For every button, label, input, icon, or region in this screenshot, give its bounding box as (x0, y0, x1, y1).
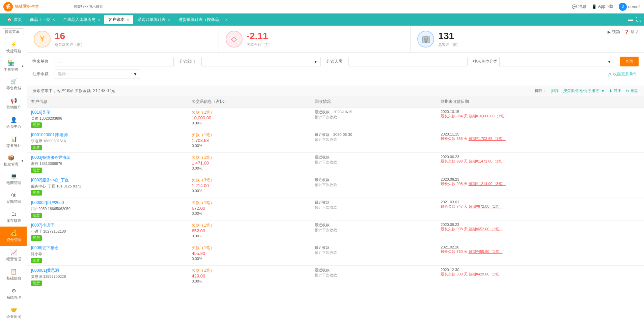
sidebar-item-batch-mgmt[interactable]: 📦 批发管理 ▼ (0, 152, 27, 170)
sidebar-item-marketing[interactable]: 📢 营销推广 (0, 94, 27, 113)
filter-unit-category: 往来单位分类 ▼ (473, 57, 614, 66)
maximize-icon[interactable]: ⛶ (636, 17, 641, 23)
customer-name-2[interactable]: [0003]畅捷服务尹海蕊 (31, 155, 184, 160)
overdue-link-0[interactable]: 超期¥10,000.00（1笔） (469, 114, 508, 118)
overdue-link-2[interactable]: 超期¥1,471.00（1笔） (469, 159, 506, 163)
tab-purchase-order[interactable]: 采购订单统计表 ✕ (133, 15, 174, 24)
minimize-icon[interactable]: ▬ (628, 17, 633, 23)
tab-product-offline-close[interactable]: ✕ (52, 18, 55, 22)
sidebar-item-retail-stats[interactable]: 📊 零售统计 (0, 132, 27, 152)
stock-check-icon: 🗂 (11, 211, 17, 217)
help-icon: ❓ (624, 30, 629, 34)
customer-name-6[interactable]: [0006]去下粮仓 (31, 245, 184, 251)
sidebar-item-retail-mgmt[interactable]: 🏪 零售管理 ▲ (0, 57, 27, 75)
sidebar-item-quick-nav[interactable]: ⚡ 快捷导航 (0, 38, 27, 57)
result-bar: 搜索结果中，客户16家 欠款金额 -21,148.07元 排序： 排序：按欠款金… (27, 86, 644, 96)
sidebar-item-ecommerce[interactable]: 💻 电商管理 (0, 170, 27, 189)
overdue-link-1[interactable]: 超期¥1,703.68（1笔） (469, 137, 506, 141)
sidebar-item-member[interactable]: 👤 会员中心 (0, 113, 27, 132)
video-btn[interactable]: ▶ 视频 (608, 29, 620, 35)
export-btn[interactable]: ⬇ 导出 (609, 88, 622, 94)
overdue-link-6[interactable]: 超期¥455.90（1笔） (469, 249, 503, 254)
customer-name-3[interactable]: [0002]服务中心_丁磊 (31, 177, 184, 183)
overdue-days-2: 最长欠款 998 天 超期¥1,471.00（1笔） (441, 159, 640, 164)
customer-tag-6: 现货 (31, 258, 42, 263)
sidebar-item-newbie[interactable]: 🚀 新手引导 (0, 323, 27, 324)
cell-payment-status-0: 最近收款 2020-10-15 预计下次收款 (311, 108, 437, 130)
customer-tag-4: 现货 (31, 213, 42, 218)
sidebar-item-biz-mgmt[interactable]: 📈 经营管理 (0, 246, 27, 265)
overdue-days-6: 最长欠款 750 天 超期¥455.90（1笔） (441, 249, 640, 254)
sidebar-item-purchase-mgmt[interactable]: 🛍 采购管理 (0, 189, 27, 208)
tab-inbound-stats[interactable]: 进货单统计表（按商品） ✕ (174, 15, 232, 24)
cell-owe-info-5: 欠款（1笔） 652.00 0.00% (188, 220, 310, 243)
sidebar-item-retail-mall[interactable]: 🛒 零售商城 (0, 75, 27, 94)
tab-home-label: 首页 (14, 17, 22, 23)
tab-customer-account[interactable]: 客户账本 ✕ (104, 15, 133, 24)
sidebar-item-sys-mgmt[interactable]: ⚙ 系统管理 (0, 284, 27, 303)
collapse-icon: ⋀ (608, 72, 612, 77)
tab-customer-account-label: 客户账本 (108, 17, 124, 23)
filter-unit-category-dropdown[interactable]: ▼ (499, 57, 614, 66)
stat-total-customers-value: 131 (438, 31, 460, 41)
customer-name-5[interactable]: [0007]小进千 (31, 223, 184, 228)
batch-mgmt-icon: 📦 (8, 154, 15, 161)
cell-payment-status-1: 最近收款 2020-06-30 预计下次收款 (311, 130, 437, 153)
overdue-link-5[interactable]: 超期¥652.00（1笔） (469, 227, 503, 231)
sidebar-item-basic-info[interactable]: 📋 基础信息 (0, 265, 27, 284)
help-btn[interactable]: ❓ 帮助 (624, 29, 639, 35)
search-input[interactable] (3, 28, 24, 35)
sort-dropdown[interactable]: 排序：按欠款金额倒序排序 ▼ (551, 88, 605, 94)
customer-name-0[interactable]: [0016]吴俊 (31, 110, 184, 115)
filter-customer-unit-input[interactable]: ... (55, 57, 174, 66)
customer-name-7[interactable]: [000001]黄思源 (31, 268, 184, 273)
customer-name-1[interactable]: [0001020001]李老师 (31, 132, 184, 138)
owe-ratio-6: 0.00% (192, 257, 306, 261)
sidebar-item-enterprise[interactable]: 🤝 企业协同 (0, 303, 27, 323)
collapse-filter-btn[interactable]: ⋀ 收起更多条件 (607, 70, 639, 78)
tab-product-offline[interactable]: 商品上下架 ✕ (26, 15, 59, 24)
cell-due-date-1: 2020.11.15 最长欠款 853 天 超期¥1,703.68（1笔） (437, 130, 644, 153)
tab-customer-account-close[interactable]: ✕ (127, 18, 129, 22)
refresh-btn[interactable]: ↻ 刷新 (626, 88, 639, 94)
owe-ratio-4: 0.00% (192, 211, 306, 215)
owe-label-0: 欠款（1笔） (192, 110, 306, 115)
owe-amount-2[interactable]: 1,471.00 (192, 160, 306, 166)
message-btn[interactable]: 💬 消息 (572, 4, 586, 9)
table-header-row: 客户信息 欠交易信息（占比） 回收情况 到期未收款日期 (27, 96, 644, 108)
owe-amount-6[interactable]: 455.90 (192, 251, 306, 256)
owe-amount-5[interactable]: 652.00 (192, 228, 306, 233)
owe-amount-0[interactable]: 10,000.00 (192, 115, 306, 120)
sidebar-item-member-label: 会员中心 (6, 124, 21, 129)
owe-amount-3[interactable]: 1,214.00 (192, 183, 306, 188)
user-menu[interactable]: D demo2 (619, 3, 641, 11)
owe-amount-4[interactable]: 672.00 (192, 206, 306, 211)
owe-amount-1[interactable]: 1,703.68 (192, 138, 306, 143)
sidebar-item-fund-mgmt[interactable]: 💰 资金管理 (0, 227, 27, 246)
app-download-btn[interactable]: 📱 App下载 (592, 4, 613, 9)
recent-payment-1: 最近收款 2020-06-30 (315, 132, 432, 137)
export-icon: ⬇ (609, 89, 612, 93)
filter-person-input[interactable]: ... (348, 57, 468, 66)
tab-bar: 🏠 首页 商品上下架 ✕ 产成品入库单历史 ✕ 客户账本 ✕ 采购订单统计表 ✕… (0, 13, 644, 26)
sidebar-item-retail-stats-label: 零售统计 (6, 143, 21, 148)
filter-dept-dropdown[interactable]: ▼ (201, 57, 320, 66)
filter-balance-dropdown[interactable]: 选择... ▼ (55, 69, 140, 79)
tab-home[interactable]: 🏠 首页 (3, 15, 26, 24)
due-date-7: 2020.12.30 (441, 268, 640, 272)
sidebar-item-stock-check[interactable]: 🗂 库存核算 (0, 208, 27, 227)
overdue-link-7[interactable]: 超期¥429.00（1笔） (469, 272, 503, 276)
tab-purchase-order-close[interactable]: ✕ (168, 18, 170, 22)
customer-name-4[interactable]: [000002]用户2050 (31, 200, 184, 206)
overdue-link-3[interactable]: 超期¥1,214.00（3笔） (469, 182, 506, 186)
filter-row-2: 往来余额 选择... ▼ ⋀ 收起更多条件 (32, 69, 639, 79)
sidebar-item-retail-mall-label: 零售商城 (6, 86, 21, 91)
tab-product-history-close[interactable]: ✕ (97, 18, 100, 22)
tab-product-history[interactable]: 产成品入库单历史 ✕ (59, 15, 104, 24)
overdue-link-4[interactable]: 超期¥672.00（1笔） (469, 204, 503, 208)
tab-inbound-stats-close[interactable]: ✕ (225, 18, 228, 22)
customer-tag-3: 现货 (31, 190, 42, 196)
owe-amount-7[interactable]: 429.00 (192, 273, 306, 278)
next-payment-5: 预计下次收款 (315, 228, 432, 233)
search-button[interactable]: 查询 (620, 57, 639, 66)
